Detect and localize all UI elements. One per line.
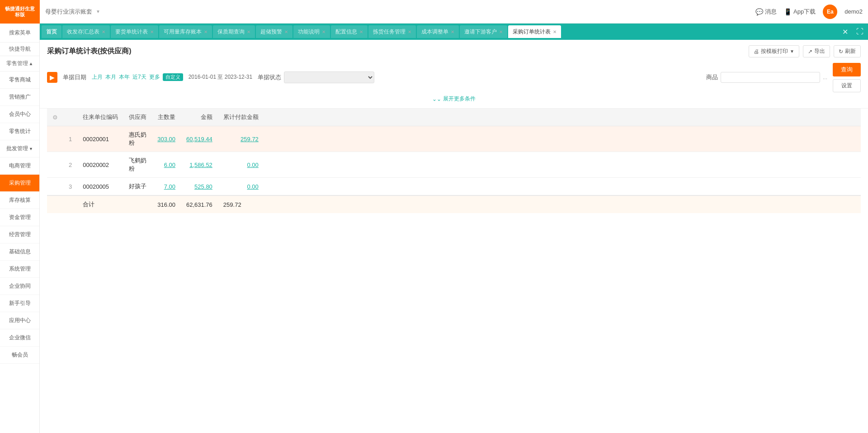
row-amount[interactable]: 60,519.44	[181, 126, 218, 152]
membership-label: 会员中心	[9, 110, 31, 118]
refresh-label: 刷新	[845, 48, 856, 55]
avatar[interactable]: Ea	[823, 5, 837, 19]
row-settings-btn[interactable]	[47, 178, 63, 196]
row-settings-btn[interactable]	[47, 126, 63, 152]
tab-cost-adjust[interactable]: 成本调整单 ✕	[417, 25, 459, 38]
tab-goods-stats-close[interactable]: ✕	[150, 29, 154, 34]
tab-purchase-stats-label: 采购订单统计表	[513, 28, 551, 36]
tab-func-desc[interactable]: 功能说明 ✕	[293, 25, 330, 38]
sidebar-item-ecommerce[interactable]: 电商管理	[0, 157, 39, 175]
sidebar-item-retail-store[interactable]: 零售商城	[0, 71, 39, 89]
message-btn[interactable]: 💬 消息	[755, 8, 777, 16]
status-select[interactable]	[284, 71, 374, 83]
tab-expiry-query[interactable]: 保质期查询 ✕	[213, 25, 255, 38]
marketing-label: 营销推广	[9, 93, 31, 101]
tab-home[interactable]: 首页	[42, 25, 61, 38]
sidebar-item-stock-check[interactable]: 库存核算	[0, 192, 39, 209]
tab-purchase-stats[interactable]: 采购订单统计表 ✕	[508, 25, 561, 38]
sidebar-item-purchase-mgmt[interactable]: 采购管理	[0, 175, 39, 192]
sidebar-item-membership[interactable]: 会员中心	[0, 106, 39, 123]
tab-available-stock[interactable]: 可用量库存账本 ✕	[159, 25, 212, 38]
sidebar-item-marketing[interactable]: 营销推广	[0, 89, 39, 106]
expand-more-button[interactable]: ⌄⌄ 展开更多条件	[432, 95, 476, 103]
shortcut-more[interactable]: 更多	[149, 73, 160, 81]
shortcut-this-month[interactable]: 本月	[105, 73, 116, 81]
print-button[interactable]: 🖨 按模板打印 ▼	[749, 45, 799, 57]
tab-goods-stats[interactable]: 要货单统计表 ✕	[111, 25, 158, 38]
footer-amount: 62,631.76	[181, 195, 218, 213]
sidebar-item-enterprise-collab[interactable]: 企业协同	[0, 278, 39, 295]
sidebar-item-finance[interactable]: 资金管理	[0, 209, 39, 226]
sidebar-item-system-mgmt[interactable]: 系统管理	[0, 261, 39, 278]
row-code: 00020005	[77, 178, 123, 196]
query-button[interactable]: 查询	[833, 63, 861, 76]
sidebar-item-new-guide[interactable]: 新手引导	[0, 295, 39, 312]
row-paid[interactable]: 0.00	[218, 178, 264, 196]
row-settings-btn[interactable]	[47, 152, 63, 178]
page-header: 采购订单统计表(按供应商) 🖨 按模板打印 ▼ ↗ 导出 ↻ 刷新	[40, 40, 868, 57]
export-button[interactable]: ↗ 导出	[803, 45, 830, 57]
row-amount[interactable]: 1,586.52	[181, 152, 218, 178]
sidebar-search-section[interactable]: 搜索英单	[0, 24, 39, 43]
row-quantity[interactable]: 6.00	[152, 152, 181, 178]
message-label: 消息	[765, 8, 777, 16]
sidebar-item-enterprise-wechat[interactable]: 企业微信	[0, 329, 39, 347]
tab-invite-downstream[interactable]: 邀请下游客户 ✕	[460, 25, 507, 38]
goods-filter-input[interactable]	[721, 72, 820, 83]
shortcut-last-month[interactable]: 上月	[92, 73, 103, 81]
footer-quantity: 316.00	[152, 195, 181, 213]
tab-overstock-warning-close[interactable]: ✕	[284, 29, 288, 34]
row-paid[interactable]: 0.00	[218, 152, 264, 178]
tab-purchase-stats-close[interactable]: ✕	[553, 29, 557, 34]
tab-available-stock-close[interactable]: ✕	[204, 29, 208, 34]
tab-func-desc-close[interactable]: ✕	[322, 29, 326, 34]
sidebar-item-retail-stats[interactable]: 零售统计	[0, 123, 39, 140]
page-content: 采购订单统计表(按供应商) 🖨 按模板打印 ▼ ↗ 导出 ↻ 刷新	[40, 40, 868, 433]
table-row: 2 00020002 飞鹤奶粉 6.00 1,586.52 0.00	[47, 152, 861, 178]
tab-cost-adjust-close[interactable]: ✕	[451, 29, 454, 34]
tab-receive-summary[interactable]: 收发存汇总表 ✕	[62, 25, 110, 38]
tab-receive-summary-close[interactable]: ✕	[102, 29, 105, 34]
app-center-label: 应用中心	[9, 317, 31, 324]
sidebar-item-member[interactable]: 畅会员	[0, 347, 39, 364]
app-logo: 畅捷通好生意 标版	[0, 0, 40, 24]
tab-expand-btn[interactable]: ⛶	[854, 27, 866, 37]
row-amount[interactable]: 525.80	[181, 178, 218, 196]
tab-invite-downstream-close[interactable]: ✕	[499, 29, 503, 34]
topbar-actions: 💬 消息 📱 App下载 Ea demo2	[755, 5, 863, 19]
sidebar-item-app-center[interactable]: 应用中心	[0, 312, 39, 329]
more-filter-icon[interactable]: ...	[823, 74, 827, 81]
tab-pick-task-close[interactable]: ✕	[408, 29, 411, 34]
col-code: 往来单位编码	[77, 109, 123, 126]
data-table-wrap: ⚙ 往来单位编码 供应商 主数量 金额 累计付款金额 1 00020001 惠氏…	[40, 109, 868, 433]
tab-config-info-close[interactable]: ✕	[359, 29, 363, 34]
tab-close-btn[interactable]: ✕	[840, 27, 851, 37]
tab-overstock-warning[interactable]: 超储预警 ✕	[256, 25, 292, 38]
retail-stats-label: 零售统计	[9, 128, 31, 135]
shortcut-this-year[interactable]: 本年	[119, 73, 130, 81]
settings-button[interactable]: 设置	[833, 79, 861, 92]
app-download-btn[interactable]: 📱 App下载	[784, 8, 816, 16]
search-label[interactable]: 搜索英单	[2, 27, 38, 38]
row-quantity[interactable]: 303.00	[152, 126, 181, 152]
tab-config-info[interactable]: 配置信息 ✕	[331, 25, 368, 38]
quick-nav-item[interactable]: 快捷导航	[0, 43, 39, 56]
sidebar-item-retail-mgmt[interactable]: 零售管理 ▲	[0, 56, 39, 71]
col-amount: 金额	[181, 109, 218, 126]
sidebar-item-basic-info[interactable]: 基础信息	[0, 243, 39, 261]
col-paid: 累计付款金额	[218, 109, 264, 126]
row-code: 00020002	[77, 152, 123, 178]
row-quantity[interactable]: 7.00	[152, 178, 181, 196]
shortcut-7days[interactable]: 近7天	[132, 73, 146, 81]
refresh-button[interactable]: ↻ 刷新	[834, 45, 861, 57]
row-paid[interactable]: 259.72	[218, 126, 264, 152]
quick-nav-label: 快捷导航	[9, 46, 31, 52]
sidebar-item-operations[interactable]: 经营管理	[0, 226, 39, 243]
workspace-dropdown-icon: ▼	[96, 9, 100, 14]
filter-toggle-button[interactable]: ▶	[47, 72, 57, 83]
sidebar-item-wholesale-mgmt[interactable]: 批发管理 ▼	[0, 140, 39, 157]
tab-pick-task[interactable]: 拣货任务管理 ✕	[368, 25, 416, 38]
workspace-selector[interactable]: 母婴行业演示账套 ▼	[45, 8, 100, 16]
col-settings[interactable]: ⚙	[47, 109, 63, 126]
tab-expiry-query-close[interactable]: ✕	[247, 29, 250, 34]
